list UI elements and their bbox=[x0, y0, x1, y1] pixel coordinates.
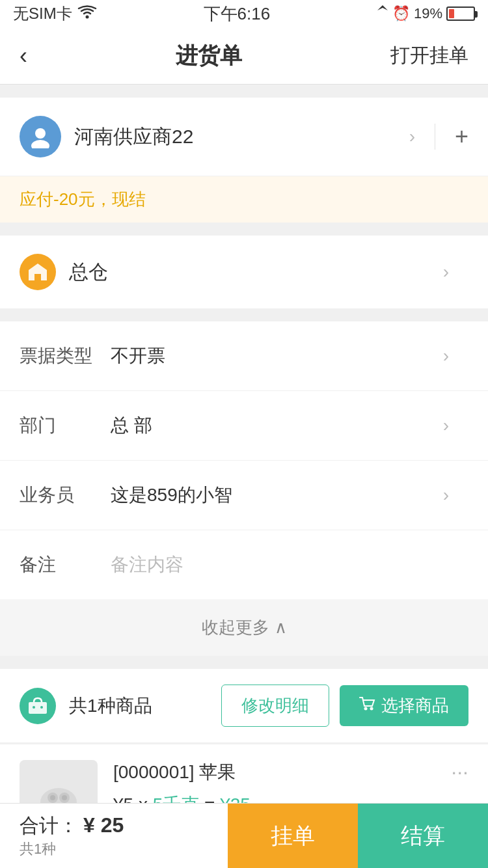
svg-point-1 bbox=[35, 128, 46, 139]
back-button[interactable]: ‹ bbox=[20, 42, 27, 70]
cart-icon bbox=[359, 696, 376, 716]
svg-point-13 bbox=[62, 795, 67, 800]
invoice-chevron-icon: › bbox=[443, 346, 449, 366]
wifi-icon bbox=[77, 5, 97, 23]
nav-bar: ‹ 进货单 打开挂单 bbox=[0, 27, 488, 85]
divider-3 bbox=[0, 308, 488, 321]
collapse-icon: ∧ bbox=[275, 617, 287, 638]
page-title: 进货单 bbox=[176, 41, 242, 71]
svg-rect-4 bbox=[29, 702, 47, 714]
salesperson-label: 业务员 bbox=[20, 483, 111, 508]
edit-detail-button[interactable]: 修改明细 bbox=[221, 685, 329, 727]
product-header: 共1种商品 修改明细 选择商品 bbox=[0, 669, 488, 742]
product-count: 共1种商品 bbox=[69, 694, 221, 718]
svg-point-5 bbox=[33, 706, 35, 709]
warehouse-icon bbox=[20, 254, 56, 290]
supplier-name: 河南供应商22 bbox=[74, 124, 409, 150]
svg-rect-3 bbox=[34, 274, 41, 280]
svg-point-8 bbox=[370, 707, 373, 711]
collapse-text: 收起更多 bbox=[202, 616, 269, 639]
supplier-section: 河南供应商22 › + 应付-20元，现结 bbox=[0, 98, 488, 223]
select-product-label: 选择商品 bbox=[381, 694, 449, 717]
remark-row[interactable]: 备注 备注内容 bbox=[0, 530, 488, 599]
product-code: [0000001] bbox=[113, 762, 195, 782]
svg-point-12 bbox=[50, 795, 55, 800]
total-label: 合计： bbox=[20, 813, 78, 839]
location-icon bbox=[377, 5, 388, 23]
invoice-type-label: 票据类型 bbox=[20, 344, 111, 368]
svg-point-2 bbox=[31, 140, 49, 148]
product-name: [0000001] 苹果 bbox=[113, 760, 451, 785]
department-row[interactable]: 部门 总 部 › bbox=[0, 391, 488, 461]
warehouse-name: 总仓 bbox=[69, 259, 443, 286]
status-right: ⏰ 19% bbox=[377, 5, 475, 23]
department-chevron-icon: › bbox=[443, 415, 449, 436]
select-product-button[interactable]: 选择商品 bbox=[340, 685, 468, 726]
warning-banner: 应付-20元，现结 bbox=[0, 176, 488, 223]
divider-2 bbox=[0, 223, 488, 236]
department-label: 部门 bbox=[20, 413, 111, 438]
supplier-row[interactable]: 河南供应商22 › + bbox=[0, 98, 488, 176]
product-header-icon bbox=[20, 688, 56, 724]
bottom-bar: 合计： ¥ 25 共1种 挂单 结算 bbox=[0, 803, 488, 868]
supplier-chevron-icon: › bbox=[409, 126, 415, 147]
battery-icon bbox=[446, 7, 475, 21]
svg-point-7 bbox=[364, 707, 368, 711]
svg-point-0 bbox=[85, 16, 88, 19]
status-time: 下午6:16 bbox=[204, 3, 271, 25]
total-section: 合计： ¥ 25 共1种 bbox=[0, 804, 228, 868]
signal-text: 无SIM卡 bbox=[13, 3, 72, 24]
alarm-icon: ⏰ bbox=[392, 5, 410, 22]
product-name-text: 苹果 bbox=[199, 762, 236, 782]
total-count: 共1种 bbox=[20, 839, 208, 859]
department-value: 总 部 bbox=[111, 413, 443, 438]
warning-text: 应付-20元，现结 bbox=[20, 189, 146, 209]
invoice-type-value: 不开票 bbox=[111, 344, 443, 368]
remark-value: 备注内容 bbox=[111, 552, 468, 577]
supplier-avatar bbox=[20, 116, 61, 157]
collapse-button[interactable]: 收起更多 ∧ bbox=[0, 599, 488, 656]
product-menu-button[interactable]: ··· bbox=[451, 760, 468, 784]
warehouse-row[interactable]: 总仓 › bbox=[0, 236, 488, 308]
salesperson-row[interactable]: 业务员 这是859的小智 › bbox=[0, 461, 488, 530]
salesperson-value: 这是859的小智 bbox=[111, 483, 443, 508]
status-bar: 无SIM卡 下午6:16 ⏰ 19% bbox=[0, 0, 488, 27]
remark-label: 备注 bbox=[20, 552, 111, 577]
supplier-divider bbox=[435, 124, 435, 150]
checkout-button[interactable]: 结算 bbox=[358, 804, 488, 868]
form-section: 票据类型 不开票 › 部门 总 部 › 业务员 这是859的小智 › 备注 备注… bbox=[0, 321, 488, 599]
add-supplier-button[interactable]: + bbox=[455, 123, 468, 150]
battery-percent: 19% bbox=[414, 5, 442, 22]
open-hold-button[interactable]: 打开挂单 bbox=[390, 42, 468, 69]
divider-1 bbox=[0, 85, 488, 98]
divider-4 bbox=[0, 656, 488, 669]
salesperson-chevron-icon: › bbox=[443, 485, 449, 506]
svg-point-6 bbox=[40, 706, 43, 709]
warehouse-section: 总仓 › bbox=[0, 236, 488, 308]
invoice-type-row[interactable]: 票据类型 不开票 › bbox=[0, 321, 488, 391]
hold-button[interactable]: 挂单 bbox=[228, 804, 358, 868]
warehouse-chevron-icon: › bbox=[443, 262, 449, 282]
total-amount: ¥ 25 bbox=[83, 813, 124, 837]
status-left: 无SIM卡 bbox=[13, 3, 97, 24]
